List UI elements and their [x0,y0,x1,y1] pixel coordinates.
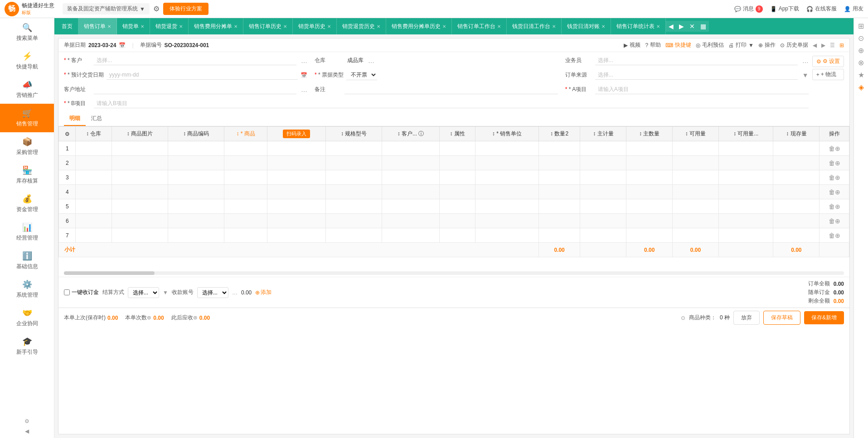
tab-detail[interactable]: 明细 [64,112,86,126]
tab-menu-btn[interactable]: ▦ [698,21,709,32]
sidebar-item-cooperation[interactable]: 🤝 企业协同 [0,303,54,332]
industry-btn[interactable]: 体验行业方案 [163,3,209,15]
copy-row-1[interactable]: ⊕ [835,145,840,152]
sidebar-item-finance[interactable]: 💰 资金管理 [0,189,54,218]
delivery-calendar-icon[interactable]: 📅 [301,72,307,78]
tab-home[interactable]: 首页 [56,18,78,34]
sidebar-item-quicknav[interactable]: ⚡ 快捷导航 [0,47,54,75]
tab-expense-history[interactable]: 销售费用分摊单历史 ✕ [386,18,452,34]
tab-sales-invoice[interactable]: 销货单 ✕ [117,18,150,34]
discard-btn[interactable]: 放弃 [733,311,760,325]
toolbar-help[interactable]: ? 帮助 [645,41,661,49]
copy-row-3[interactable]: ⊕ [835,174,840,181]
tab-summary[interactable]: 汇总 [86,112,107,126]
tab-close-expense-history[interactable]: ✕ [442,24,446,29]
settlement-select[interactable]: 选择... [128,287,159,298]
one-click-checkbox[interactable] [64,289,70,295]
tab-daily-workbench[interactable]: 钱货日清工作台 ✕ [507,18,562,34]
sidebar-item-inventory[interactable]: 🏪 库存核算 [0,161,54,189]
settings-btn[interactable]: ⚙ ⚙ 设置 [812,56,844,67]
th-code[interactable]: ↕ 商品编码 [168,127,224,141]
th-unit[interactable]: ↕ * 销售单位 [475,127,538,141]
copy-row-5[interactable]: ⊕ [835,203,840,210]
warehouse-more-icon[interactable]: … [368,57,374,64]
b-project-input[interactable] [94,99,809,108]
horizontal-scrollbar[interactable] [64,271,844,275]
th-spec[interactable]: ↕ 规格型号 [325,127,382,141]
address-more-icon[interactable]: … [301,86,307,93]
delivery-date-input[interactable] [107,70,298,80]
tab-next-btn[interactable]: ▶ [676,21,687,32]
tab-prev-btn[interactable]: ◀ [666,21,676,32]
right-panel-icon-1[interactable]: ⊞ [858,22,864,30]
th-customer-code[interactable]: ↕ 客户... ⓘ [382,127,440,141]
tab-close-all-btn[interactable]: ✕ [687,21,698,32]
memo-input[interactable] [344,85,558,94]
th-scan[interactable]: 扫码录入 [267,127,325,141]
invoice-type-select[interactable]: 不开票 [346,70,377,80]
delete-row-6[interactable]: 🗑 [829,217,835,225]
sidebar-item-sales[interactable]: 🛒 销售管理 [0,104,54,132]
th-main-unit[interactable]: ↕ 主计量 [580,127,626,141]
account-more-icon[interactable]: … [232,289,238,296]
save-btn[interactable]: 保存&新增 [804,311,844,324]
th-qty2[interactable]: ↕ 数量2 [538,127,580,141]
th-available[interactable]: ↕ 可用量 [673,127,719,141]
list-view-icon[interactable]: ☰ [830,42,835,48]
sidebar-item-search[interactable]: 🔍 搜索菜单 [0,18,54,47]
sidebar-item-marketing[interactable]: 📣 营销推广 [0,75,54,104]
copy-row-4[interactable]: ⊕ [835,188,840,196]
tab-return-history[interactable]: 销货退货历史 ✕ [337,18,386,34]
salesperson-input[interactable] [595,56,798,65]
right-panel-icon-2[interactable]: ⊙ [858,34,864,43]
tab-close-stats[interactable]: ✕ [656,24,660,29]
customer-input[interactable] [94,56,296,65]
add-payment-btn[interactable]: ⊕ 添加 [255,289,272,296]
order-source-more-icon[interactable]: ▼ [802,72,809,79]
address-input[interactable] [94,85,296,94]
account-select[interactable]: 选择... [197,287,228,298]
settings-icon[interactable]: ⚙ [153,5,160,13]
th-main-qty[interactable]: ↕ 主数量 [626,127,673,141]
tab-close-order-history[interactable]: ✕ [283,24,287,29]
sidebar-item-guide[interactable]: 🎓 新手引导 [0,332,54,361]
copy-row-7[interactable]: ⊕ [835,232,840,239]
toolbar-video[interactable]: ▶ 视频 [624,41,640,49]
th-available2[interactable]: ↕ 可用量... [718,127,773,141]
salesperson-more-icon[interactable]: … [802,57,809,64]
tab-sales-order[interactable]: 销售订单 ✕ [78,18,117,34]
tab-daily-reconcile[interactable]: 钱货日清对账 ✕ [562,18,611,34]
toolbar-operate[interactable]: ⊕ 操作 [758,41,776,49]
online-service-btn[interactable]: 🎧 在线客服 [806,5,837,13]
add-goods-btn[interactable]: + + 物流 [812,69,844,80]
delete-row-1[interactable]: 🗑 [829,145,835,152]
nav-prev-icon[interactable]: ◀ [813,42,817,48]
toolbar-profit[interactable]: ◎ 毛利预估 [696,41,724,49]
delete-row-7[interactable]: 🗑 [829,232,835,239]
one-click-checkbox-label[interactable]: 一键收订金 [64,289,99,296]
system-title[interactable]: 装备及固定资产辅助管理系统 ▼ [63,3,150,14]
right-panel-icon-5[interactable]: ★ [858,71,864,79]
th-settings[interactable]: ⚙ [59,127,76,141]
grid-view-icon[interactable]: ⊞ [839,42,844,48]
toolbar-print[interactable]: 🖨 打印 ▼ [728,41,754,49]
scrollbar-thumb[interactable] [64,271,155,275]
draft-btn[interactable]: 保存草稿 [763,311,800,325]
toolbar-shortcut[interactable]: ⌨ 快捷键 [665,41,691,49]
right-panel-icon-6[interactable]: ◈ [858,83,864,91]
delete-row-2[interactable]: 🗑 [829,159,835,167]
tab-close-sales-order[interactable]: ✕ [107,24,111,29]
tab-stats[interactable]: 销售订单统计表 ✕ [611,18,666,34]
copy-row-6[interactable]: ⊕ [835,217,840,225]
sidebar-item-system[interactable]: ⚙️ 系统管理 [0,275,54,303]
tab-close-daily-reconcile[interactable]: ✕ [601,24,605,29]
message-btn[interactable]: 💬 消息 9 [734,5,763,13]
tab-close-invoice-history[interactable]: ✕ [327,24,331,29]
nav-next-icon[interactable]: ▶ [821,42,825,48]
delete-row-4[interactable]: 🗑 [829,188,835,196]
tab-order-history[interactable]: 销售订单历史 ✕ [243,18,293,34]
tab-close-return-history[interactable]: ✕ [377,24,380,29]
tab-close-sales-invoice[interactable]: ✕ [141,24,144,29]
th-image[interactable]: ↕ 商品图片 [112,127,168,141]
tab-sales-return[interactable]: 销货退货 ✕ [150,18,189,34]
